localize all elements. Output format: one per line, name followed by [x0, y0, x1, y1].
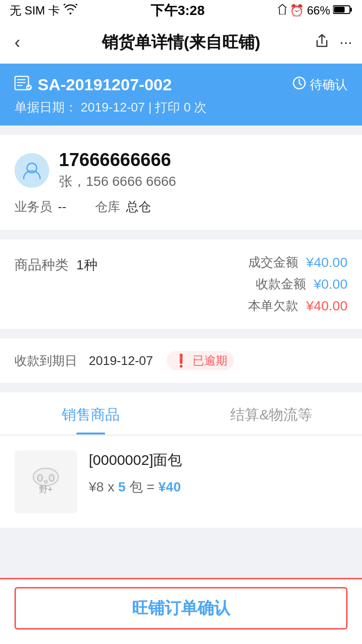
order-header: SA-20191207-002 待确认 单据日期： 2019-12-07 | 打…	[0, 64, 362, 126]
tabs-bar: 销售商品 结算&物流等	[0, 392, 362, 435]
svg-point-9	[49, 475, 54, 481]
due-date-label: 收款到期日	[14, 352, 77, 369]
status-left: 无 SIM 卡	[10, 3, 77, 18]
bottom-bar: 旺铺订单确认	[0, 578, 362, 644]
staff-label: 业务员	[14, 198, 52, 215]
svg-text:野+: 野+	[39, 485, 53, 494]
amount-summary: 成交金额 ¥40.00 收款金额 ¥0.00 本单欠款 ¥40.00	[248, 254, 348, 314]
overdue-text: 已逾期	[193, 353, 227, 368]
nav-actions: ···	[314, 33, 352, 52]
battery-icon	[333, 4, 352, 17]
unit-price: ¥8	[89, 479, 104, 494]
status-text: 待确认	[310, 76, 348, 93]
product-name-text: 面包	[153, 452, 182, 468]
product-thumbnail: 野+	[14, 450, 77, 513]
warehouse-item: 仓库 总仓	[95, 198, 151, 215]
svg-point-8	[38, 475, 42, 481]
svg-rect-1	[350, 8, 352, 12]
receive-amount-label: 收款金额	[256, 276, 306, 293]
product-type-label: 商品种类	[14, 256, 69, 274]
order-date-row: 单据日期： 2019-12-07 | 打印 0 次	[14, 99, 348, 116]
total-price: ¥40	[158, 479, 181, 494]
customer-details: 17666666666 张，156 6666 6666	[59, 150, 176, 191]
due-date-value: 2019-12-07	[89, 353, 153, 368]
debt-amount-label: 本单欠款	[248, 297, 298, 314]
confirm-order-button[interactable]: 旺铺订单确认	[14, 587, 348, 630]
product-details: [0000002]面包 ¥8 x 5 包 = ¥40	[89, 450, 348, 496]
multiply-sign: x	[108, 479, 114, 494]
quantity: 5	[118, 479, 126, 494]
meta-row: 业务员 -- 仓库 总仓	[14, 198, 348, 215]
nav-bar: ‹ 销货单详情(来自旺铺) ···	[0, 21, 362, 64]
order-id-row: SA-20191207-002	[14, 75, 172, 94]
status-bar: 无 SIM 卡 下午3:28 ⏰ 66%	[0, 0, 362, 21]
status-time: 下午3:28	[151, 1, 205, 20]
alarm-icon: ⏰	[290, 4, 304, 17]
product-price-row: ¥8 x 5 包 = ¥40	[89, 478, 348, 496]
overdue-badge: ❗ 已逾期	[167, 351, 234, 370]
product-type-info: 商品种类 1种	[14, 254, 248, 274]
deal-amount-label: 成交金额	[248, 254, 298, 271]
customer-name: 张，156 6666 6666	[59, 172, 176, 191]
svg-point-10	[44, 480, 47, 483]
equals-sign: =	[147, 479, 154, 494]
product-code: [0000002]	[89, 452, 153, 468]
staff-item: 业务员 --	[14, 198, 66, 215]
back-button[interactable]: ‹	[10, 28, 25, 57]
product-card: 野+ [0000002]面包 ¥8 x 5 包 = ¥40	[0, 436, 362, 528]
order-id-text: SA-20191207-002	[38, 75, 172, 94]
debt-amount-row: 本单欠款 ¥40.00	[248, 297, 348, 314]
unit: 包	[129, 479, 143, 494]
receive-amount-row: 收款金额 ¥0.00	[256, 276, 348, 293]
order-status-row: 待确认	[292, 76, 348, 93]
receive-amount-value: ¥0.00	[314, 277, 348, 292]
due-date-card: 收款到期日 2019-12-07 ❗ 已逾期	[0, 338, 362, 383]
status-clock-icon	[292, 76, 306, 93]
svg-rect-2	[334, 7, 345, 13]
warehouse-label: 仓库	[95, 198, 120, 215]
tab-settlement[interactable]: 结算&物流等	[181, 392, 362, 434]
staff-value: --	[58, 199, 66, 214]
wifi-icon	[64, 4, 77, 17]
battery-percent: 66%	[307, 4, 330, 17]
share-button[interactable]	[314, 33, 330, 52]
status-right: ⏰ 66%	[278, 4, 352, 17]
location-icon	[278, 4, 287, 17]
page-title: 销货单详情(来自旺铺)	[102, 31, 261, 54]
customer-info-card: 17666666666 张，156 6666 6666 业务员 -- 仓库 总仓	[0, 135, 362, 230]
more-button[interactable]: ···	[339, 33, 352, 51]
carrier-label: 无 SIM 卡	[10, 3, 60, 18]
deal-amount-row: 成交金额 ¥40.00	[248, 254, 348, 271]
order-doc-icon	[14, 75, 32, 94]
deal-amount-value: ¥40.00	[306, 255, 348, 270]
product-name: [0000002]面包	[89, 450, 348, 470]
warehouse-value: 总仓	[126, 198, 151, 215]
product-type-value: 1种	[76, 256, 97, 274]
debt-amount-value: ¥40.00	[306, 298, 348, 314]
tab-products[interactable]: 销售商品	[0, 392, 181, 434]
overdue-alert-icon: ❗	[173, 353, 189, 368]
summary-card: 商品种类 1种 成交金额 ¥40.00 收款金额 ¥0.00 本单欠款 ¥40.…	[0, 239, 362, 329]
customer-avatar	[14, 153, 49, 188]
customer-phone: 17666666666	[59, 150, 176, 170]
